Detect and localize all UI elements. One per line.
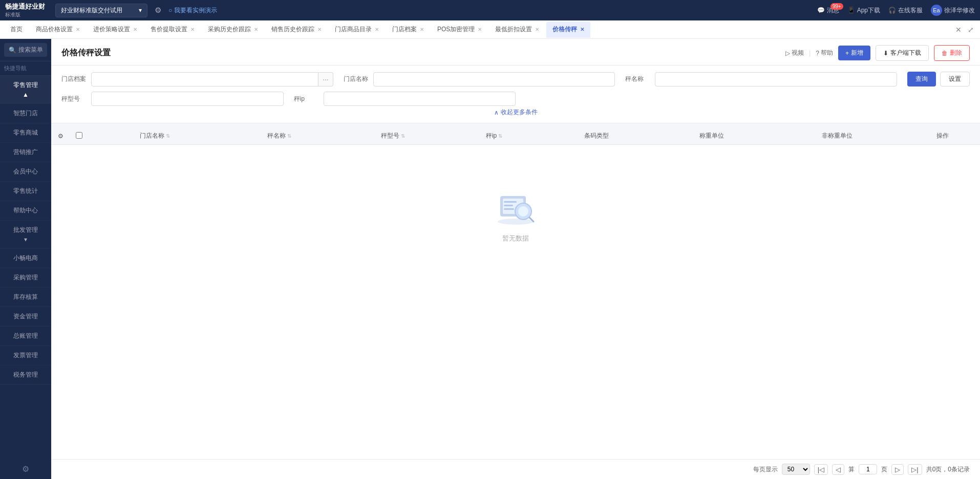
filter-store-profile: 门店档案 ··· (61, 72, 333, 86)
close-icon[interactable]: ✕ (76, 27, 80, 32)
sidebar-item-capital-mgmt[interactable]: 资金管理 (0, 307, 51, 326)
user-info[interactable]: Ea 徐泽华修改 (931, 5, 975, 16)
demo-link[interactable]: ○ 我要看实例演示 (168, 6, 217, 15)
sidebar-label-capital-mgmt: 资金管理 (13, 312, 38, 321)
collapse-button[interactable]: ∧ 收起更多条件 (494, 108, 538, 117)
close-icon[interactable]: ✕ (420, 27, 424, 32)
th-checkbox[interactable] (70, 127, 88, 145)
tab-sale-history[interactable]: 销售历史价跟踪 ✕ (265, 21, 328, 38)
product-settings-button[interactable]: ⚙ (153, 4, 163, 17)
page-title: 价格传秤设置 (61, 48, 111, 58)
th-scale-model-sortable[interactable]: 秤型号 ⇅ (341, 132, 444, 140)
message-button[interactable]: 💬 消息 99+ (817, 6, 839, 15)
scale-ip-input[interactable] (324, 92, 516, 106)
per-page-select[interactable]: 50 10 20 100 (782, 464, 810, 475)
sidebar-item-retail-mgmt[interactable]: 零售管理 ▲ (0, 76, 51, 104)
content-area: 价格传秤设置 ▷ 视频 | ? 帮助 + 新增 ⬇ 客户端下载 (51, 39, 980, 479)
tab-store-catalog[interactable]: 门店商品目录 ✕ (329, 21, 385, 38)
total-label: 共0页，0条记录 (926, 465, 970, 474)
data-table: ⚙ 门店名称 ⇅ 秤名称 (51, 127, 980, 284)
download-icon: ⬇ (883, 50, 888, 57)
sidebar-item-retail-mall[interactable]: 零售商城 (0, 123, 51, 143)
user-name: 徐泽华修改 (944, 6, 975, 15)
query-button[interactable]: 查询 (907, 72, 936, 86)
sidebar-settings-button[interactable]: ⚙ (22, 464, 29, 474)
app-download-button[interactable]: 📱 App下载 (847, 6, 880, 15)
last-page-button[interactable]: ▷| (908, 464, 922, 475)
sidebar-item-purchase-mgmt[interactable]: 采购管理 (0, 268, 51, 288)
tab-commodity-price[interactable]: 商品价格设置 ✕ (30, 21, 86, 38)
close-icon[interactable]: ✕ (478, 27, 482, 32)
close-icon[interactable]: ✕ (133, 27, 137, 32)
store-name-input[interactable] (373, 72, 615, 86)
sidebar-item-xiao-chang[interactable]: 小畅电商 (0, 249, 51, 268)
th-scale-ip-sortable[interactable]: 秤ip ⇅ (455, 132, 534, 140)
set-button[interactable]: 设置 (940, 72, 970, 86)
gear-icon[interactable]: ⚙ (58, 133, 63, 140)
close-icon[interactable]: ✕ (375, 27, 379, 32)
th-scale-model: 秤型号 ⇅ (336, 127, 450, 145)
sidebar-item-marketing[interactable]: 营销推广 (0, 143, 51, 162)
collapse-label: 收起更多条件 (501, 108, 538, 117)
prev-page-button[interactable]: ◁ (832, 464, 844, 475)
filter-scale-ip-label: 秤ip (294, 95, 319, 103)
scale-name-input[interactable] (655, 72, 897, 86)
tab-store-profile[interactable]: 门店档案 ✕ (386, 21, 430, 38)
help-link[interactable]: ? 帮助 (816, 49, 833, 57)
search-menu-button[interactable]: 🔍 搜索菜单 (4, 43, 47, 57)
sidebar-item-wholesale-mgmt[interactable]: 批发管理 ▾ (0, 221, 51, 249)
tab-pos-management[interactable]: POS加密管理 ✕ (431, 21, 488, 38)
video-link[interactable]: ▷ 视频 (785, 49, 804, 57)
tab-purchase-history-label: 采购历史价跟踪 (208, 25, 251, 34)
sidebar-quick-nav[interactable]: 快捷导航 (0, 61, 51, 76)
add-button[interactable]: + 新增 (838, 46, 870, 60)
close-icon[interactable]: ✕ (254, 27, 258, 32)
first-page-button[interactable]: |◁ (814, 464, 828, 475)
expand-tab-button[interactable]: ⤢ (966, 25, 976, 35)
select-all-checkbox[interactable] (76, 132, 82, 139)
page-number-input[interactable] (859, 464, 877, 474)
sidebar-item-member-center[interactable]: 会员中心 (0, 162, 51, 182)
empty-text: 暂无数据 (502, 234, 529, 243)
tab-min-discount[interactable]: 最低折扣设置 ✕ (489, 21, 545, 38)
filter-row-2: 秤型号 秤ip (61, 92, 970, 106)
th-store-name: 门店名称 ⇅ (88, 127, 222, 145)
th-gear[interactable]: ⚙ (51, 127, 70, 145)
tab-purchase-strategy[interactable]: 进价策略设置 ✕ (87, 21, 143, 38)
sidebar-item-smart-store[interactable]: 智慧门店 (0, 104, 51, 123)
close-icon[interactable]: ✕ (580, 27, 584, 32)
close-tab-button[interactable]: ✕ (953, 25, 964, 35)
empty-illustration (493, 186, 539, 227)
th-scale-name-sortable[interactable]: 秤名称 ⇅ (227, 132, 331, 140)
tab-price-scale[interactable]: 价格传秤 ✕ (546, 21, 590, 38)
sidebar-item-tax-mgmt[interactable]: 税务管理 (0, 365, 51, 385)
tab-sale-price[interactable]: 售价提取设置 ✕ (144, 21, 201, 38)
sidebar-item-invoice-mgmt[interactable]: 发票管理 (0, 346, 51, 365)
sidebar-label-marketing: 营销推广 (13, 148, 38, 157)
close-icon[interactable]: ✕ (317, 27, 322, 32)
close-icon[interactable]: ✕ (190, 27, 195, 32)
online-service-button[interactable]: 🎧 在线客服 (888, 6, 923, 15)
tab-home[interactable]: 首页 (4, 21, 29, 38)
th-store-name-sortable[interactable]: 门店名称 ⇅ (93, 132, 217, 140)
tab-purchase-history[interactable]: 采购历史价跟踪 ✕ (202, 21, 264, 38)
sidebar-label-general-ledger: 总账管理 (13, 332, 38, 340)
scale-model-input[interactable] (91, 92, 284, 106)
delete-button[interactable]: 🗑 删除 (934, 45, 970, 61)
sidebar-label-invoice-mgmt: 发票管理 (13, 351, 38, 360)
th-scale-name: 秤名称 ⇅ (222, 127, 336, 145)
next-page-button[interactable]: ▷ (891, 464, 904, 475)
sidebar-item-general-ledger[interactable]: 总账管理 (0, 326, 51, 346)
sidebar-item-help-center[interactable]: 帮助中心 (0, 201, 51, 221)
sidebar-item-retail-stats[interactable]: 零售统计 (0, 182, 51, 201)
download-button[interactable]: ⬇ 客户端下载 (876, 45, 929, 61)
filter-scale-name: 秤名称 (625, 72, 897, 86)
store-profile-dots-button[interactable]: ··· (318, 72, 333, 86)
store-profile-input[interactable] (91, 72, 318, 86)
sidebar-item-inventory[interactable]: 库存核算 (0, 288, 51, 307)
close-icon[interactable]: ✕ (535, 27, 539, 32)
sidebar: 🔍 搜索菜单 快捷导航 零售管理 ▲ 智慧门店 零售商城 营销推广 会员中心 零… (0, 39, 51, 479)
filter-scale-name-label: 秤名称 (625, 75, 651, 83)
search-icon: 🔍 (9, 47, 16, 54)
product-selector[interactable]: 好业财标准版交付试用 ▾ (55, 4, 147, 17)
